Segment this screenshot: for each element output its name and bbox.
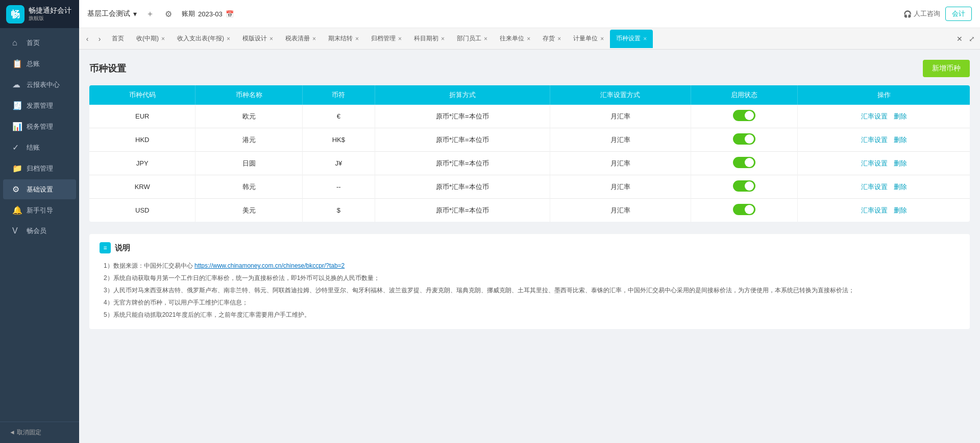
toggle-0[interactable] [733, 110, 755, 121]
tab-label-balance: 收(中期) [136, 34, 159, 43]
sidebar-item-guide[interactable]: 🔔新手引导 [3, 200, 76, 220]
tab-close-period-end[interactable]: × [355, 35, 359, 42]
tab-home[interactable]: 首页 [106, 30, 130, 48]
project-name: 基层工会测试 [87, 9, 130, 18]
sidebar-item-settings[interactable]: ⚙基础设置 [3, 179, 76, 199]
col-header-calc_method: 折算方式 [375, 85, 550, 105]
col-header-status: 启用状态 [691, 85, 798, 105]
cell-symbol-0: € [302, 105, 375, 128]
cell-name-4: 美元 [195, 199, 302, 222]
service-btn[interactable]: 🎧 人工咨询 [903, 9, 940, 18]
add-tab-btn[interactable]: ＋ [143, 7, 157, 21]
tab-dept[interactable]: 部门员工× [451, 30, 494, 48]
table-row: HKD港元HK$原币*汇率=本位币月汇率汇率设置删除 [89, 128, 970, 152]
toggle-1[interactable] [733, 133, 755, 145]
rate-settings-btn-3[interactable]: 汇率设置 [861, 183, 888, 191]
tab-label-partner: 往来单位 [500, 34, 524, 43]
tab-next-btn[interactable]: › [93, 33, 106, 45]
cell-toggle-1 [691, 128, 798, 152]
tabbar: ‹ › 首页收(中期)×收入支出表(年报)×模版设计×税表清册×期末结转×归档管… [79, 28, 980, 50]
sidebar-item-closing[interactable]: ✓结账 [3, 137, 76, 157]
tab-archivemgt[interactable]: 归档管理× [365, 30, 408, 48]
tab-stock[interactable]: 存货× [536, 30, 567, 48]
tab-expand-btn[interactable]: ⤢ [966, 33, 978, 45]
logo-text: 畅捷通好会计 旗舰版 [29, 6, 71, 22]
tab-taxclear[interactable]: 税表清册× [279, 30, 322, 48]
sidebar-label-settings: 基础设置 [27, 185, 53, 194]
cell-calc-3: 原币*汇率=本位币 [375, 175, 550, 199]
new-currency-btn[interactable]: 新增币种 [923, 60, 970, 77]
cell-rate-3: 月汇率 [550, 175, 691, 199]
cell-code-1: HKD [89, 128, 195, 152]
cell-calc-4: 原币*汇率=本位币 [375, 199, 550, 222]
toggle-2[interactable] [733, 157, 755, 168]
sidebar-item-reports[interactable]: ☁云报表中心 [3, 75, 76, 95]
col-header-symbol: 币符 [302, 85, 375, 105]
toggle-4[interactable] [733, 204, 755, 215]
tab-close-all-btn[interactable]: ✕ [953, 33, 966, 45]
toggle-knob-1 [745, 134, 754, 144]
table-row: EUR欧元€原币*汇率=本位币月汇率汇率设置删除 [89, 105, 970, 128]
period-label: 账期 [182, 9, 195, 18]
tab-close-partner[interactable]: × [527, 35, 530, 42]
sidebar-item-tax[interactable]: 📊税务管理 [3, 116, 76, 136]
col-header-code: 币种代码 [89, 85, 195, 105]
note-section: ≡ 说明 1）数据来源：中国外汇交易中心 https://www.chinamo… [89, 234, 970, 329]
sidebar-item-invoice[interactable]: 🧾发票管理 [3, 96, 76, 115]
tab-prev-btn[interactable]: ‹ [81, 33, 93, 45]
tab-close-subject[interactable]: × [441, 35, 445, 42]
cell-action-4: 汇率设置删除 [798, 199, 970, 222]
tab-close-archivemgt[interactable]: × [398, 35, 402, 42]
rate-settings-btn-4[interactable]: 汇率设置 [861, 206, 888, 214]
sidebar-label-reports: 云报表中心 [27, 80, 60, 89]
sidebar-item-archive[interactable]: 📁归档管理 [3, 158, 76, 178]
tab-label-unit: 计量单位 [573, 34, 598, 43]
tab-label-subject: 科目期初 [414, 34, 438, 43]
tab-close-balance[interactable]: × [161, 35, 165, 42]
tab-close-stock[interactable]: × [557, 35, 561, 42]
sidebar-item-home[interactable]: ⌂首页 [3, 33, 76, 53]
delete-btn-3[interactable]: 删除 [894, 183, 907, 191]
table-row: USD美元$原币*汇率=本位币月汇率汇率设置删除 [89, 199, 970, 222]
tab-period-end[interactable]: 期末结转× [322, 30, 365, 48]
rate-settings-btn-2[interactable]: 汇率设置 [861, 159, 888, 167]
delete-btn-4[interactable]: 删除 [894, 206, 907, 214]
sidebar-item-member[interactable]: V畅会员 [3, 221, 76, 241]
delete-btn-1[interactable]: 删除 [894, 136, 907, 144]
rate-settings-btn-0[interactable]: 汇率设置 [861, 112, 888, 120]
tab-close-currency[interactable]: × [643, 35, 647, 42]
cell-rate-2: 月汇率 [550, 152, 691, 175]
delete-btn-0[interactable]: 删除 [894, 112, 907, 120]
sidebar-label-ledger: 总账 [27, 59, 40, 68]
tab-partner[interactable]: 往来单位× [494, 30, 536, 48]
col-header-action: 操作 [798, 85, 970, 105]
tab-close-income[interactable]: × [227, 35, 230, 42]
sidebar-label-member: 畅会员 [27, 226, 46, 236]
sidebar-icon-member: V [12, 226, 22, 236]
tab-template[interactable]: 模版设计× [236, 30, 279, 48]
tab-close-template[interactable]: × [270, 35, 273, 42]
sidebar-label-tax: 税务管理 [27, 122, 53, 131]
note-link[interactable]: https://www.chinamoney.com.cn/chinese/bk… [194, 262, 345, 269]
delete-btn-2[interactable]: 删除 [894, 159, 907, 167]
sidebar-icon-reports: ☁ [12, 80, 22, 89]
project-selector[interactable]: 基层工会测试 ▾ [87, 9, 137, 18]
role-button[interactable]: 会计 [945, 7, 972, 21]
sidebar-footer[interactable]: ◄ 取消固定 [0, 422, 79, 443]
toggle-3[interactable] [733, 180, 755, 192]
sidebar-item-ledger[interactable]: 📋总账 [3, 54, 76, 74]
tab-currency[interactable]: 币种设置× [610, 30, 653, 48]
tab-close-unit[interactable]: × [600, 35, 604, 42]
tab-income[interactable]: 收入支出表(年报)× [171, 30, 236, 48]
tab-close-dept[interactable]: × [484, 35, 487, 42]
cell-rate-1: 月汇率 [550, 128, 691, 152]
tab-balance[interactable]: 收(中期)× [130, 30, 171, 48]
calendar-icon[interactable]: 📅 [226, 10, 234, 18]
cell-calc-1: 原币*汇率=本位币 [375, 128, 550, 152]
rate-settings-btn-1[interactable]: 汇率设置 [861, 136, 888, 144]
tab-subject[interactable]: 科目期初× [408, 30, 451, 48]
tab-unit[interactable]: 计量单位× [567, 30, 610, 48]
toggle-knob-0 [745, 111, 754, 120]
settings-icon[interactable]: ⚙ [161, 7, 176, 21]
tab-close-taxclear[interactable]: × [312, 35, 316, 42]
